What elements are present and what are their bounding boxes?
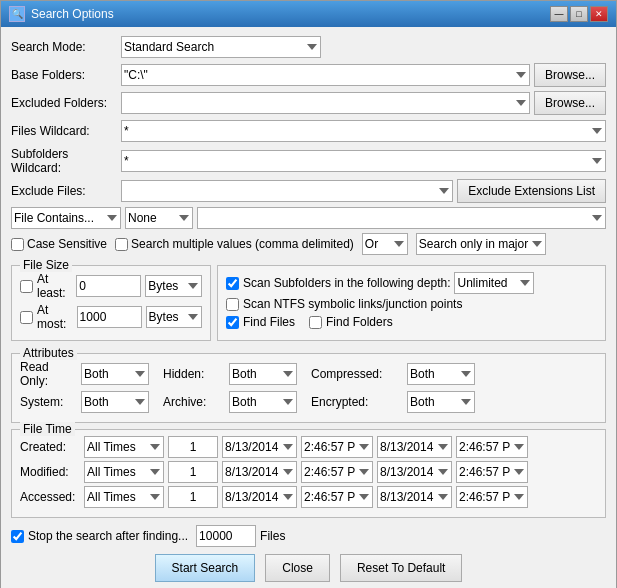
file-size-section-label: File Size <box>20 258 72 272</box>
footer-buttons: Start Search Close Reset To Default <box>11 554 606 582</box>
options-row: Case Sensitive Search multiple values (c… <box>11 233 606 255</box>
hidden-select[interactable]: BothYesNo <box>229 363 297 385</box>
accessed-num-input[interactable] <box>168 486 218 508</box>
system-select[interactable]: BothYesNo <box>81 391 149 413</box>
excluded-folders-browse-button[interactable]: Browse... <box>534 91 606 115</box>
stop-search-check-label[interactable]: Stop the search after finding... <box>11 529 188 543</box>
modified-date2-select[interactable]: 8/13/2014 <box>377 461 452 483</box>
reset-button[interactable]: Reset To Default <box>340 554 463 582</box>
read-only-label: Read Only: <box>20 360 75 388</box>
accessed-date2-select[interactable]: 8/13/2014 <box>377 486 452 508</box>
close-button[interactable]: Close <box>265 554 330 582</box>
scan-ntfs-row: Scan NTFS symbolic links/junction points <box>226 297 597 311</box>
close-button[interactable]: ✕ <box>590 6 608 22</box>
created-time2-select[interactable]: 2:46:57 P <box>456 436 528 458</box>
main-window: 🔍 Search Options — □ ✕ Search Mode: Stan… <box>0 0 617 588</box>
created-date2-select[interactable]: 8/13/2014 <box>377 436 452 458</box>
files-wildcard-select[interactable]: * <box>121 120 606 142</box>
search-multiple-label: Search multiple values (comma delimited) <box>131 237 354 251</box>
at-least-input[interactable] <box>76 275 141 297</box>
at-most-row: At most: BytesKBMBGB <box>20 303 202 331</box>
window-icon: 🔍 <box>9 6 25 22</box>
exclude-files-select[interactable] <box>121 180 453 202</box>
minimize-button[interactable]: — <box>550 6 568 22</box>
base-folders-select[interactable]: "C:\" <box>121 64 530 86</box>
search-multiple-checkbox[interactable] <box>115 238 128 251</box>
created-type-select[interactable]: All TimesBeforeAfterBetween <box>84 436 164 458</box>
case-sensitive-check-label[interactable]: Case Sensitive <box>11 237 107 251</box>
excluded-folders-select[interactable] <box>121 92 530 114</box>
at-least-unit-select[interactable]: BytesKBMBGB <box>145 275 202 297</box>
subfolders-wildcard-select[interactable]: * <box>121 150 606 172</box>
title-bar-left: 🔍 Search Options <box>9 6 114 22</box>
modified-row: Modified: All TimesBeforeAfterBetween 8/… <box>20 461 597 483</box>
accessed-type-select[interactable]: All TimesBeforeAfterBetween <box>84 486 164 508</box>
stop-search-value-input[interactable] <box>196 525 256 547</box>
search-multiple-check-label[interactable]: Search multiple values (comma delimited) <box>115 237 354 251</box>
stop-search-label: Stop the search after finding... <box>28 529 188 543</box>
created-num-input[interactable] <box>168 436 218 458</box>
scan-depth-select[interactable]: Unlimited 123510 <box>454 272 534 294</box>
file-contains-text-select[interactable] <box>197 207 606 229</box>
accessed-time2-select[interactable]: 2:46:57 P <box>456 486 528 508</box>
subfolders-wildcard-row: Subfolders Wildcard: * <box>11 147 606 175</box>
at-most-input[interactable] <box>77 306 142 328</box>
files-wildcard-row: Files Wildcard: * <box>11 119 606 143</box>
at-least-checkbox[interactable] <box>20 280 33 293</box>
at-most-label: At most: <box>37 303 73 331</box>
case-sensitive-checkbox[interactable] <box>11 238 24 251</box>
maximize-button[interactable]: □ <box>570 6 588 22</box>
excluded-folders-label: Excluded Folders: <box>11 96 121 110</box>
find-files-checkbox[interactable] <box>226 316 239 329</box>
archive-select[interactable]: BothYesNo <box>229 391 297 413</box>
at-most-unit-select[interactable]: BytesKBMBGB <box>146 306 202 328</box>
find-row: Find Files Find Folders <box>226 315 597 329</box>
search-mode-select[interactable]: Standard Search Advanced Search Regex Se… <box>121 36 321 58</box>
scan-ntfs-checkbox[interactable] <box>226 298 239 311</box>
encrypted-select[interactable]: BothYesNo <box>407 391 475 413</box>
base-folders-label: Base Folders: <box>11 68 121 82</box>
file-contains-type-select[interactable]: File Contains... File Does Not Contain <box>11 207 121 229</box>
search-only-select[interactable]: Search only in major stre... <box>416 233 546 255</box>
attributes-row1: Read Only: BothYesNo Hidden: BothYesNo C… <box>20 360 597 388</box>
find-folders-checkbox[interactable] <box>309 316 322 329</box>
search-mode-label: Search Mode: <box>11 40 121 54</box>
at-most-checkbox[interactable] <box>20 311 33 324</box>
read-only-select[interactable]: BothYesNo <box>81 363 149 385</box>
find-files-label[interactable]: Find Files <box>226 315 295 329</box>
base-folders-browse-button[interactable]: Browse... <box>534 63 606 87</box>
created-date1-select[interactable]: 8/13/2014 <box>222 436 297 458</box>
find-folders-label[interactable]: Find Folders <box>309 315 393 329</box>
accessed-label: Accessed: <box>20 490 80 504</box>
system-label: System: <box>20 395 75 409</box>
modified-time1-select[interactable]: 2:46:57 P <box>301 461 373 483</box>
file-contains-match-select[interactable]: None Any Word All Words <box>125 207 193 229</box>
archive-label: Archive: <box>163 395 223 409</box>
start-search-button[interactable]: Start Search <box>155 554 256 582</box>
files-wildcard-label: Files Wildcard: <box>11 124 121 138</box>
at-least-row: At least: BytesKBMBGB <box>20 272 202 300</box>
title-buttons: — □ ✕ <box>550 6 608 22</box>
scan-subfolders-checkbox[interactable] <box>226 277 239 290</box>
scan-subfolders-row: Scan Subfolders in the following depth: … <box>226 272 597 294</box>
compressed-select[interactable]: BothYesNo <box>407 363 475 385</box>
modified-date1-select[interactable]: 8/13/2014 <box>222 461 297 483</box>
accessed-time1-select[interactable]: 2:46:57 P <box>301 486 373 508</box>
modified-num-input[interactable] <box>168 461 218 483</box>
base-folders-row: Base Folders: "C:\" Browse... <box>11 63 606 87</box>
or-select[interactable]: Or And <box>362 233 408 255</box>
modified-type-select[interactable]: All TimesBeforeAfterBetween <box>84 461 164 483</box>
file-time-section-label: File Time <box>20 422 75 436</box>
attributes-row2: System: BothYesNo Archive: BothYesNo Enc… <box>20 391 597 413</box>
attributes-section-label: Attributes <box>20 346 77 360</box>
content-area: Search Mode: Standard Search Advanced Se… <box>1 27 616 588</box>
exclude-ext-button[interactable]: Exclude Extensions List <box>457 179 606 203</box>
stop-search-checkbox[interactable] <box>11 530 24 543</box>
title-bar: 🔍 Search Options — □ ✕ <box>1 1 616 27</box>
stop-search-row: Stop the search after finding... Files <box>11 524 606 548</box>
subfolders-wildcard-label: Subfolders Wildcard: <box>11 147 121 175</box>
scan-ntfs-label: Scan NTFS symbolic links/junction points <box>243 297 462 311</box>
modified-time2-select[interactable]: 2:46:57 P <box>456 461 528 483</box>
accessed-date1-select[interactable]: 8/13/2014 <box>222 486 297 508</box>
created-time1-select[interactable]: 2:46:57 P <box>301 436 373 458</box>
